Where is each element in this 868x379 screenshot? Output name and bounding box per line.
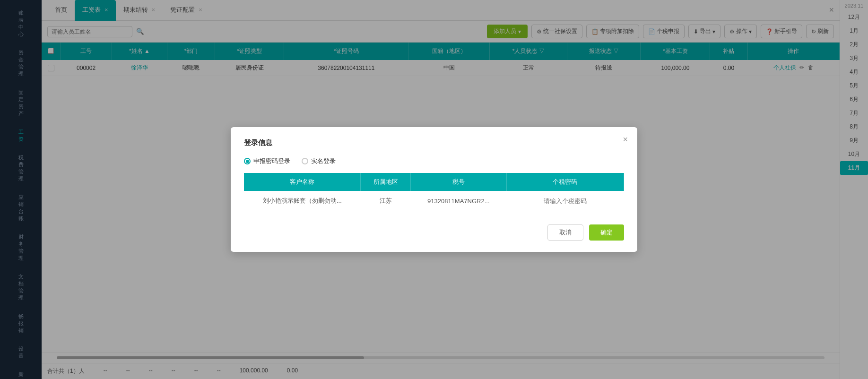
cancel-button[interactable]: 取消: [547, 224, 583, 241]
dialog-client-region: 江苏: [361, 191, 410, 211]
dialog-client-tax-id: 91320811MA7NGR2...: [410, 191, 506, 211]
dialog-col-region: 所属地区: [361, 173, 410, 191]
dialog-password-input-cell[interactable]: [506, 191, 624, 211]
dialog-table-row: 刘小艳演示账套（勿删勿动... 江苏 91320811MA7NGR2...: [244, 191, 624, 211]
radio-inner-dot: [246, 160, 249, 163]
radio-realname-login[interactable]: 实名登录: [302, 157, 336, 165]
confirm-button[interactable]: 确定: [589, 224, 624, 241]
dialog-col-tax-id: 税号: [410, 173, 506, 191]
modal-close-button[interactable]: ×: [623, 135, 628, 145]
dialog-col-name: 客户名称: [244, 173, 361, 191]
login-info-modal: 登录信息 × 申报密码登录 实名登录 客户名称: [231, 127, 637, 252]
radio-password-login[interactable]: 申报密码登录: [244, 157, 290, 165]
radio-group: 申报密码登录 实名登录: [244, 157, 624, 165]
dialog-col-password: 个税密码: [506, 173, 624, 191]
password-input[interactable]: [514, 198, 616, 205]
modal-backdrop: 登录信息 × 申报密码登录 实名登录 客户名称: [0, 0, 868, 379]
radio-checked-icon: [244, 158, 251, 164]
modal-title: 登录信息: [244, 138, 624, 147]
modal-footer: 取消 确定: [244, 224, 624, 241]
dialog-client-name: 刘小艳演示账套（勿删勿动...: [244, 191, 361, 211]
login-info-table: 客户名称 所属地区 税号 个税密码 刘小艳演示账套（勿删勿动... 江苏 913…: [244, 173, 624, 211]
radio-unchecked-icon: [302, 158, 308, 164]
